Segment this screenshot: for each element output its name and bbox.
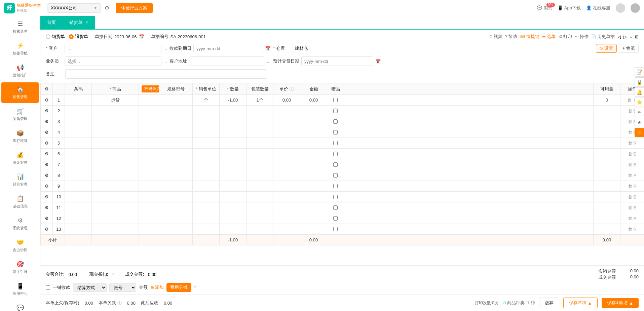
cell-settings[interactable]: ⚙ — [41, 224, 53, 235]
cell-row-settings-1[interactable]: ⚙ — [41, 95, 53, 106]
customer-suffix-icon[interactable]: ... — [163, 46, 167, 51]
cell-barcode-1[interactable] — [65, 95, 92, 106]
delete-icon-1[interactable]: 🗑 — [627, 98, 632, 103]
gift-checkbox[interactable] — [333, 152, 338, 156]
cell-amount[interactable] — [300, 138, 327, 149]
avatar[interactable] — [616, 3, 625, 13]
help-btn[interactable]: ? 帮助 — [505, 34, 517, 40]
delete-icon[interactable]: 🗑 — [628, 216, 632, 221]
float-btn-3[interactable]: 🔔 — [635, 87, 644, 97]
cell-amount-1[interactable]: 0.00 — [300, 95, 327, 106]
cell-qty[interactable] — [220, 170, 247, 181]
date-value[interactable]: 2023-06-06 — [114, 34, 137, 39]
cell-product[interactable] — [92, 202, 139, 213]
company-selector[interactable]: XXXXXX公司 ▼ — [47, 3, 101, 13]
cell-barcode[interactable] — [65, 127, 92, 138]
cell-barcode[interactable] — [65, 149, 92, 159]
copy-icon[interactable]: ⎘ — [634, 141, 636, 146]
cell-product[interactable] — [92, 138, 139, 149]
cell-pack-1[interactable]: 1个 — [247, 95, 273, 106]
cell-unit[interactable] — [193, 224, 220, 235]
cell-gift[interactable] — [327, 149, 344, 159]
delete-icon[interactable]: 🗑 — [628, 205, 632, 210]
cell-gift[interactable] — [327, 181, 344, 192]
tab-home[interactable]: 首页 — [40, 16, 63, 30]
cell-unit[interactable] — [193, 202, 220, 213]
cell-settings[interactable]: ⚙ — [41, 181, 53, 192]
customer-input[interactable] — [65, 44, 161, 53]
cell-amount[interactable] — [300, 192, 327, 202]
tab-close-icon[interactable]: × — [86, 20, 88, 25]
cell-qty[interactable] — [220, 181, 247, 192]
cell-pack[interactable] — [247, 213, 273, 224]
cell-price[interactable] — [273, 159, 300, 170]
cell-pack[interactable] — [247, 116, 273, 127]
cell-spec[interactable] — [159, 202, 193, 213]
sidebar-item-quick-nav[interactable]: ⚡ 快捷导航 — [1, 39, 39, 59]
cell-spec[interactable] — [159, 106, 193, 116]
draft-button[interactable]: 保存草稿 ▲ — [563, 298, 598, 308]
sidebar-item-operations[interactable]: 📊 经营管理 — [1, 170, 39, 190]
delete-icon[interactable]: 🗑 — [628, 173, 632, 178]
cell-qty[interactable] — [220, 213, 247, 224]
gift-checkbox[interactable] — [333, 119, 338, 124]
copy-icon[interactable]: ⎘ — [634, 162, 636, 167]
list-view-icon[interactable]: ≡ — [630, 34, 632, 39]
cell-product[interactable] — [92, 224, 139, 235]
cell-pack[interactable] — [247, 192, 273, 202]
customer-addr-suffix-icon[interactable]: ... — [267, 59, 270, 64]
sidebar-item-system[interactable]: ⚙ 系统管理 — [1, 213, 39, 234]
cell-amount[interactable] — [300, 159, 327, 170]
sidebar-item-inventory[interactable]: 📦 库存核算 — [1, 126, 39, 147]
cell-barcode[interactable] — [65, 224, 92, 235]
cell-qty[interactable] — [220, 138, 247, 149]
cell-qty[interactable] — [220, 127, 247, 138]
cell-gift[interactable] — [327, 127, 344, 138]
sidebar-item-purchase[interactable]: 🛒 采购管理 — [1, 104, 39, 125]
cell-pack[interactable] — [247, 202, 273, 213]
avatar2[interactable] — [631, 3, 640, 13]
cell-price[interactable] — [273, 138, 300, 149]
cell-spec[interactable] — [159, 127, 193, 138]
cell-barcode[interactable] — [65, 213, 92, 224]
copy-icon[interactable]: ⎘ — [634, 184, 636, 189]
due-date-input[interactable] — [193, 44, 263, 53]
delete-icon[interactable]: 🗑 — [628, 227, 632, 232]
cell-pack[interactable] — [247, 159, 273, 170]
cell-spec[interactable] — [159, 159, 193, 170]
radio-sales-order[interactable]: 销货单 — [46, 34, 65, 40]
cell-gift[interactable] — [327, 138, 344, 149]
cell-qty[interactable] — [220, 202, 247, 213]
cell-price[interactable] — [273, 127, 300, 138]
delete-icon[interactable]: 🗑 — [628, 194, 632, 199]
settings-gear-button[interactable]: ⚙ — [102, 3, 112, 13]
delivery-calendar-icon[interactable]: 📅 — [375, 59, 381, 64]
delete-icon[interactable]: 🗑 — [628, 151, 632, 156]
delete-icon[interactable]: 🗑 — [628, 119, 632, 124]
cell-barcode[interactable] — [65, 181, 92, 192]
sidebar-item-sales[interactable]: 🏠 销售管理 — [1, 82, 39, 103]
copy-icon[interactable]: ⎘ — [634, 205, 636, 210]
sidebar-item-enterprise[interactable]: 🤝 企业协同 — [1, 235, 39, 256]
cell-unit[interactable] — [193, 116, 220, 127]
cell-barcode[interactable] — [65, 192, 92, 202]
copy-icon[interactable]: ⎘ — [634, 151, 636, 156]
sidebar-item-marketing[interactable]: 📢 营销推广 — [1, 61, 39, 81]
sidebar-item-app-center[interactable]: 📱 应用中心 — [1, 279, 39, 300]
cell-amount[interactable] — [300, 127, 327, 138]
th-settings[interactable]: ⚙ — [41, 83, 53, 95]
cell-pack[interactable] — [247, 138, 273, 149]
cell-barcode[interactable] — [65, 138, 92, 149]
cell-qty-1[interactable]: -1.00 — [220, 95, 247, 106]
float-btn-1[interactable]: 📝 — [635, 67, 644, 77]
float-btn-5[interactable]: ✏ — [635, 108, 644, 117]
cell-barcode[interactable] — [65, 106, 92, 116]
cell-product[interactable] — [92, 192, 139, 202]
cell-settings[interactable]: ⚙ — [41, 202, 53, 213]
logistics-button[interactable]: + 物流 — [619, 44, 639, 53]
warehouse-suffix-icon[interactable]: ... — [377, 46, 381, 51]
tab-sales-order[interactable]: 销货单 × — [63, 16, 95, 30]
save-new-button[interactable]: 保存&新增 ▲ — [602, 298, 639, 308]
cell-amount[interactable] — [300, 181, 327, 192]
cell-barcode[interactable] — [65, 170, 92, 181]
